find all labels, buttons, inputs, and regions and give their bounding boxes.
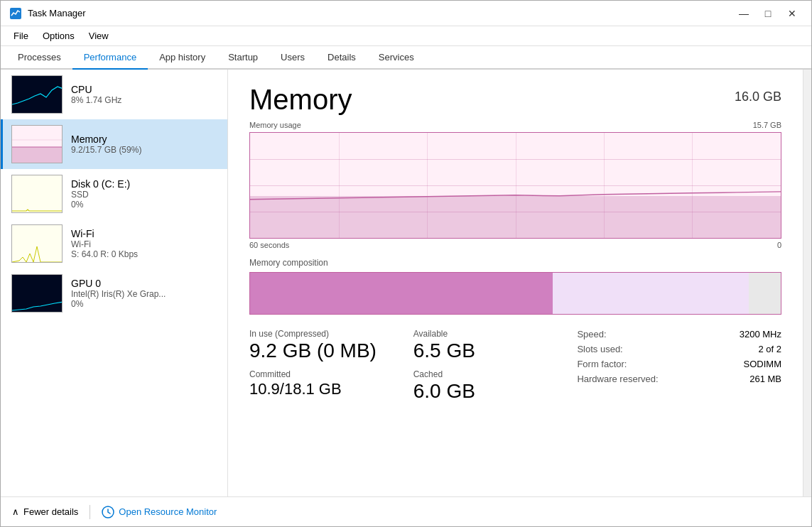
tab-app-history[interactable]: App history	[148, 46, 217, 70]
right-stats: Speed: 3200 MHz Slots used: 2 of 2 Form …	[577, 329, 781, 403]
menu-file[interactable]: File	[6, 28, 36, 44]
stats-container: In use (Compressed) 9.2 GB (0 MB) Availa…	[249, 329, 781, 403]
cached-value: 6.0 GB	[413, 381, 556, 403]
open-resource-link[interactable]: Open Resource Monitor	[102, 506, 217, 518]
scrollbar[interactable]	[803, 70, 811, 496]
hw-reserved-val: 261 MB	[749, 374, 781, 384]
chart-section: Memory usage 15.7 GB	[249, 121, 781, 315]
tab-processes[interactable]: Processes	[6, 46, 72, 70]
disk-thumbnail	[11, 175, 63, 213]
memory-usage-chart	[249, 132, 781, 239]
tabs-bar: Processes Performance App history Startu…	[1, 46, 811, 70]
disk-sub1: SSD	[71, 190, 219, 200]
sidebar-item-wifi[interactable]: Wi-Fi Wi-Fi S: 64.0 R: 0 Kbps	[1, 219, 227, 268]
in-use-group: In use (Compressed) 9.2 GB (0 MB)	[249, 329, 392, 362]
menu-view[interactable]: View	[82, 28, 116, 44]
sidebar: CPU 8% 1.74 GHz Memory 9.2/15.7 GB (59%)	[1, 70, 228, 496]
left-stats: In use (Compressed) 9.2 GB (0 MB) Availa…	[249, 329, 556, 403]
form-key: Form factor:	[577, 359, 627, 369]
tab-performance[interactable]: Performance	[72, 46, 148, 70]
chart-label-row: Memory usage 15.7 GB	[249, 121, 781, 129]
cpu-name: CPU	[71, 84, 219, 95]
comp-available	[553, 273, 749, 314]
hw-reserved-key: Hardware reserved:	[577, 374, 658, 384]
title-bar: Task Manager — □ ✕	[1, 1, 811, 26]
speed-val: 3200 MHz	[740, 329, 781, 339]
committed-label: Committed	[249, 369, 392, 379]
cpu-sub: 8% 1.74 GHz	[71, 95, 219, 105]
memory-thumbnail	[11, 125, 63, 163]
cpu-info: CPU 8% 1.74 GHz	[71, 84, 219, 105]
gpu-sub1: Intel(R) Iris(R) Xe Grap...	[71, 289, 219, 299]
title-bar-left: Task Manager	[9, 7, 86, 20]
comp-hardware	[749, 273, 781, 314]
available-group: Available 6.5 GB	[413, 329, 556, 362]
detail-title: Memory	[249, 84, 352, 115]
slots-val: 2 of 2	[758, 344, 781, 354]
arrow-annotation	[228, 70, 235, 425]
chart-label: Memory usage	[249, 121, 301, 129]
chart-max: 15.7 GB	[753, 121, 781, 129]
resource-monitor-icon	[102, 506, 114, 518]
detail-header: Memory 16.0 GB	[249, 84, 781, 115]
comp-in-use	[250, 273, 553, 314]
tab-users[interactable]: Users	[269, 46, 316, 70]
main-content: CPU 8% 1.74 GHz Memory 9.2/15.7 GB (59%)	[1, 70, 811, 496]
disk-sub2: 0%	[71, 200, 219, 210]
speed-row: Speed: 3200 MHz	[577, 329, 781, 339]
hw-reserved-row: Hardware reserved: 261 MB	[577, 374, 781, 384]
sidebar-item-memory[interactable]: Memory 9.2/15.7 GB (59%)	[1, 119, 227, 169]
disk-name: Disk 0 (C: E:)	[71, 178, 219, 190]
gpu-sub2: 0%	[71, 299, 219, 309]
bottom-separator	[90, 505, 90, 519]
memory-sub: 9.2/15.7 GB (59%)	[71, 145, 219, 155]
cpu-thumbnail	[11, 75, 63, 114]
form-row: Form factor: SODIMM	[577, 359, 781, 369]
form-val: SODIMM	[744, 359, 781, 369]
fewer-details-button[interactable]: ∧ Fewer details	[12, 506, 78, 517]
minimize-button[interactable]: —	[733, 5, 754, 22]
memory-info: Memory 9.2/15.7 GB (59%)	[71, 134, 219, 155]
window-title: Task Manager	[28, 8, 86, 18]
committed-group: Committed 10.9/18.1 GB	[249, 369, 392, 403]
disk-info: Disk 0 (C: E:) SSD 0%	[71, 178, 219, 210]
task-manager-window: Task Manager — □ ✕ File Options View Pro…	[0, 0, 812, 527]
menu-bar: File Options View	[1, 26, 811, 46]
tab-details[interactable]: Details	[316, 46, 367, 70]
wifi-sub1: Wi-Fi	[71, 239, 219, 249]
bottom-bar: ∧ Fewer details Open Resource Monitor	[1, 496, 811, 526]
in-use-value: 9.2 GB (0 MB)	[249, 340, 392, 362]
sidebar-item-cpu[interactable]: CPU 8% 1.74 GHz	[1, 70, 227, 119]
tab-services[interactable]: Services	[367, 46, 426, 70]
maximize-button[interactable]: □	[757, 5, 779, 22]
sidebar-item-disk[interactable]: Disk 0 (C: E:) SSD 0%	[1, 169, 227, 219]
wifi-name: Wi-Fi	[71, 228, 219, 239]
chart-time-label: 60 seconds	[249, 241, 289, 249]
tab-startup[interactable]: Startup	[217, 46, 269, 70]
detail-panel: Memory 16.0 GB Memory usage 15.7 GB	[228, 70, 803, 496]
gpu-info: GPU 0 Intel(R) Iris(R) Xe Grap... 0%	[71, 278, 219, 309]
memory-line-svg	[250, 133, 781, 238]
committed-value: 10.9/18.1 GB	[249, 381, 392, 398]
title-bar-controls: — □ ✕	[733, 5, 803, 22]
in-use-label: In use (Compressed)	[249, 329, 392, 339]
svg-marker-1	[12, 147, 63, 163]
detail-total: 16.0 GB	[735, 89, 781, 104]
chart-time-row: 60 seconds 0	[249, 241, 781, 249]
wifi-thumbnail	[11, 224, 63, 263]
chevron-up-icon: ∧	[12, 506, 19, 517]
available-label: Available	[413, 329, 556, 339]
available-value: 6.5 GB	[413, 340, 556, 362]
composition-bar	[249, 272, 781, 315]
slots-key: Slots used:	[577, 344, 622, 354]
sidebar-item-gpu[interactable]: GPU 0 Intel(R) Iris(R) Xe Grap... 0%	[1, 268, 227, 318]
wifi-sub2: S: 64.0 R: 0 Kbps	[71, 249, 219, 259]
gpu-name: GPU 0	[71, 278, 219, 289]
menu-options[interactable]: Options	[36, 28, 82, 44]
gpu-thumbnail	[11, 274, 63, 313]
close-button[interactable]: ✕	[781, 5, 803, 22]
chart-zero-label: 0	[777, 241, 781, 249]
memory-name: Memory	[71, 134, 219, 145]
fewer-details-label: Fewer details	[23, 506, 78, 517]
speed-key: Speed:	[577, 329, 606, 339]
